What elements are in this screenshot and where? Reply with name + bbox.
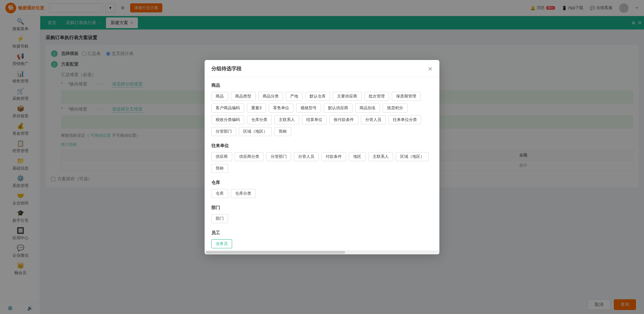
section-partner: 往来单位 供应商 供应商分类 分管部门 分管人员 付款条件 地区 主联系人 区域… — [211, 143, 433, 173]
field-tag[interactable]: 结算单位 — [302, 115, 327, 124]
field-tag[interactable]: 商品 — [211, 92, 228, 101]
field-tag[interactable]: 简称 — [274, 127, 291, 136]
field-tag[interactable]: 简称 — [211, 164, 228, 173]
section-partner-title: 往来单位 — [211, 143, 433, 149]
field-tag[interactable]: 分管部门 — [266, 152, 291, 161]
field-tag[interactable]: 分管人员 — [294, 152, 319, 161]
field-tag[interactable]: 部门 — [211, 214, 228, 223]
field-tag[interactable]: 仓库分类 — [247, 115, 272, 124]
field-tag[interactable]: 区域（地区） — [396, 152, 429, 161]
field-tag[interactable]: 供应商 — [211, 152, 232, 161]
field-tag[interactable]: 业务员 — [211, 239, 232, 248]
field-tag[interactable]: 分管人员 — [361, 115, 386, 124]
field-tag[interactable]: 默认仓库 — [305, 92, 330, 101]
section-staff-tags: 业务员 — [211, 239, 433, 248]
field-tag[interactable]: 往来单位分类 — [388, 115, 421, 124]
section-warehouse-tags: 仓库 仓库分类 — [211, 189, 433, 198]
section-dept-title: 部门 — [211, 205, 433, 211]
field-tag[interactable]: 规格型号 — [296, 104, 321, 113]
field-tag[interactable]: 付款条件 — [321, 152, 346, 161]
section-staff: 员工 业务员 — [211, 230, 433, 248]
section-product-tags: 商品 商品类型 商品分类 产地 默认仓库 主要供应商 批次管理 保质期管理 客户… — [211, 92, 433, 136]
field-tag[interactable]: 保质期管理 — [392, 92, 421, 101]
field-tag[interactable]: 分管部门 — [211, 127, 236, 136]
section-staff-title: 员工 — [211, 230, 433, 236]
field-tag[interactable]: 零售单位 — [269, 104, 293, 113]
field-tag[interactable]: 主要供应商 — [333, 92, 362, 101]
section-dept: 部门 部门 — [211, 205, 433, 223]
modal-horizontal-scrollbar[interactable] — [205, 250, 439, 254]
field-tag[interactable]: 商品类型 — [231, 92, 256, 101]
field-tag[interactable]: 主联系人 — [274, 115, 299, 124]
section-product-title: 商品 — [211, 82, 433, 88]
field-tag[interactable]: 区域（地区） — [239, 127, 272, 136]
field-tag[interactable]: 重量3 — [247, 104, 266, 113]
section-partner-tags: 供应商 供应商分类 分管部门 分管人员 付款条件 地区 主联系人 区域（地区） … — [211, 152, 433, 173]
field-tag[interactable]: 仓库 — [211, 189, 228, 198]
field-tag[interactable]: 商品分类 — [258, 92, 283, 101]
field-tag[interactable]: 税收分类编码 — [211, 115, 244, 124]
field-tag[interactable]: 供应商分类 — [235, 152, 264, 161]
field-tag[interactable]: 主联系人 — [368, 152, 393, 161]
modal-header: 分组待选字段 ✕ — [205, 60, 439, 77]
field-tag[interactable]: 商品别名 — [355, 104, 380, 113]
section-warehouse: 仓库 仓库 仓库分类 — [211, 180, 433, 198]
scrollbar-thumb — [206, 251, 345, 254]
modal-overlay: 分组待选字段 ✕ 商品 商品 商品类型 商品分类 产地 默认仓库 主要供应商 批… — [0, 0, 644, 314]
field-tag[interactable]: 客户商品编码 — [211, 104, 244, 113]
section-warehouse-title: 仓库 — [211, 180, 433, 186]
modal-body: 商品 商品 商品类型 商品分类 产地 默认仓库 主要供应商 批次管理 保质期管理… — [205, 77, 439, 250]
section-dept-tags: 部门 — [211, 214, 433, 223]
field-tag[interactable]: 默认供应商 — [324, 104, 353, 113]
field-tag[interactable]: 拣货积分 — [383, 104, 408, 113]
field-tag[interactable]: 地区 — [349, 152, 366, 161]
section-product: 商品 商品 商品类型 商品分类 产地 默认仓库 主要供应商 批次管理 保质期管理… — [211, 82, 433, 136]
modal-title: 分组待选字段 — [211, 66, 241, 72]
field-tag[interactable]: 仓库分类 — [231, 189, 256, 198]
field-tag[interactable]: 收付款条件 — [329, 115, 358, 124]
modal-close-button[interactable]: ✕ — [428, 65, 433, 73]
field-tag[interactable]: 产地 — [286, 92, 303, 101]
field-tag[interactable]: 批次管理 — [364, 92, 389, 101]
field-select-modal: 分组待选字段 ✕ 商品 商品 商品类型 商品分类 产地 默认仓库 主要供应商 批… — [205, 60, 439, 254]
